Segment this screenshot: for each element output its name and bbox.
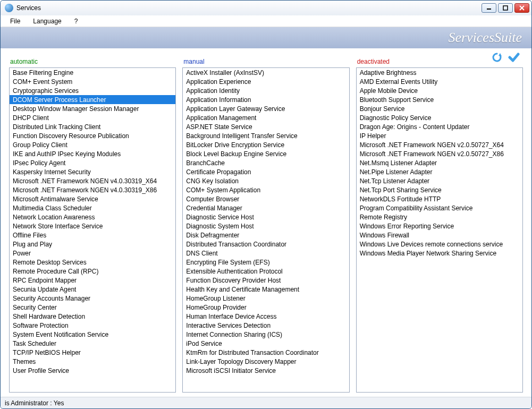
- list-item[interactable]: Microsoft .NET Framework NGEN v2.0.50727…: [357, 149, 522, 158]
- list-item[interactable]: Microsoft iSCSI Initiator Service: [183, 366, 349, 375]
- list-item[interactable]: Group Policy Client: [10, 140, 175, 149]
- list-item[interactable]: NetworkDLS Fortitude HTTP: [357, 194, 522, 203]
- list-item[interactable]: Application Experience: [183, 77, 349, 86]
- list-item[interactable]: Net.Tcp Port Sharing Service: [357, 185, 522, 194]
- list-item[interactable]: AMD External Events Utility: [357, 77, 522, 86]
- list-item[interactable]: User Profile Service: [10, 366, 175, 375]
- list-item[interactable]: IP Helper: [357, 131, 522, 140]
- list-item[interactable]: CNG Key Isolation: [183, 176, 349, 185]
- list-item[interactable]: Base Filtering Engine: [10, 68, 175, 77]
- list-item[interactable]: Link-Layer Topology Discovery Mapper: [183, 357, 349, 366]
- list-item[interactable]: DHCP Client: [10, 113, 175, 122]
- list-item[interactable]: KtmRm for Distributed Transaction Coordi…: [183, 348, 349, 357]
- list-item[interactable]: Security Center: [10, 303, 175, 312]
- list-item[interactable]: Interactive Services Detection: [183, 321, 349, 330]
- list-item[interactable]: HomeGroup Provider: [183, 303, 349, 312]
- list-item[interactable]: Health Key and Certificate Management: [183, 285, 349, 294]
- list-item[interactable]: Network Location Awareness: [10, 212, 175, 221]
- list-item[interactable]: Microsoft .NET Framework NGEN v4.0.30319…: [10, 185, 175, 194]
- list-item[interactable]: Block Level Backup Engine Service: [183, 149, 349, 158]
- list-item[interactable]: Net.Pipe Listener Adapter: [357, 167, 522, 176]
- titlebar[interactable]: Services: [1, 1, 531, 15]
- list-item[interactable]: IKE and AuthIP IPsec Keying Modules: [10, 149, 175, 158]
- list-item[interactable]: Secunia Update Agent: [10, 285, 175, 294]
- list-item[interactable]: Security Accounts Manager: [10, 294, 175, 303]
- list-item[interactable]: Windows Live Devices remote connections …: [357, 240, 522, 249]
- list-item[interactable]: Net.Tcp Listener Adapter: [357, 176, 522, 185]
- list-item[interactable]: Desktop Window Manager Session Manager: [10, 104, 175, 113]
- list-item[interactable]: Encrypting File System (EFS): [183, 258, 349, 267]
- list-item[interactable]: Computer Browser: [183, 194, 349, 203]
- list-item[interactable]: Remote Desktop Services: [10, 258, 175, 267]
- list-item[interactable]: TCP/IP NetBIOS Helper: [10, 348, 175, 357]
- list-item[interactable]: Human Interface Device Access: [183, 312, 349, 321]
- list-item[interactable]: Application Identity: [183, 86, 349, 95]
- list-item[interactable]: Kaspersky Internet Security: [10, 167, 175, 176]
- list-item[interactable]: COM+ Event System: [10, 77, 175, 86]
- list-item[interactable]: Distributed Transaction Coordinator: [183, 240, 349, 249]
- list-item[interactable]: Network Store Interface Service: [10, 221, 175, 231]
- list-item[interactable]: COM+ System Application: [183, 185, 349, 194]
- list-item[interactable]: Diagnostic Service Host: [183, 212, 349, 221]
- listbox-manual[interactable]: ActiveX Installer (AxInstSV)Application …: [182, 67, 349, 393]
- list-item[interactable]: Windows Firewall: [357, 231, 522, 240]
- list-item[interactable]: Program Compatibility Assistant Service: [357, 203, 522, 212]
- list-item[interactable]: Function Discovery Provider Host: [183, 276, 349, 285]
- list-item[interactable]: RPC Endpoint Mapper: [10, 276, 175, 285]
- list-item[interactable]: Adaptive Brightness: [357, 68, 522, 77]
- apply-check-icon[interactable]: [508, 52, 520, 63]
- list-item[interactable]: Apple Mobile Device: [357, 86, 522, 95]
- list-item[interactable]: Task Scheduler: [10, 339, 175, 348]
- list-item[interactable]: System Event Notification Service: [10, 330, 175, 339]
- list-item[interactable]: Diagnostic System Host: [183, 221, 349, 231]
- list-item[interactable]: Diagnostic Policy Service: [357, 113, 522, 122]
- list-item[interactable]: Certificate Propagation: [183, 167, 349, 176]
- list-item[interactable]: HomeGroup Listener: [183, 294, 349, 303]
- menu-help[interactable]: ?: [69, 16, 83, 26]
- list-item[interactable]: Software Protection: [10, 321, 175, 330]
- list-item[interactable]: Offline Files: [10, 231, 175, 240]
- list-item[interactable]: Windows Media Player Network Sharing Ser…: [357, 249, 522, 258]
- list-item[interactable]: Distributed Link Tracking Client: [10, 122, 175, 131]
- list-item[interactable]: Disk Defragmenter: [183, 231, 349, 240]
- list-item[interactable]: DNS Client: [183, 249, 349, 258]
- list-item[interactable]: Bonjour Service: [357, 104, 522, 113]
- list-item[interactable]: Dragon Age: Origins - Content Updater: [357, 122, 522, 131]
- list-item[interactable]: Microsoft .NET Framework NGEN v2.0.50727…: [357, 140, 522, 149]
- list-item[interactable]: Remote Registry: [357, 212, 522, 221]
- list-item[interactable]: Application Information: [183, 95, 349, 104]
- menu-file[interactable]: File: [5, 16, 26, 26]
- close-button[interactable]: [514, 3, 529, 13]
- list-item[interactable]: Power: [10, 249, 175, 258]
- listbox-automatic[interactable]: Base Filtering EngineCOM+ Event SystemCr…: [9, 67, 176, 393]
- list-item[interactable]: iPod Service: [183, 339, 349, 348]
- list-item[interactable]: BitLocker Drive Encryption Service: [183, 140, 349, 149]
- list-item[interactable]: Credential Manager: [183, 203, 349, 212]
- listbox-deactivated[interactable]: Adaptive BrightnessAMD External Events U…: [356, 67, 523, 393]
- maximize-button[interactable]: [498, 3, 513, 13]
- list-item[interactable]: ActiveX Installer (AxInstSV): [183, 68, 349, 77]
- list-item[interactable]: Application Layer Gateway Service: [183, 104, 349, 113]
- list-item[interactable]: Shell Hardware Detection: [10, 312, 175, 321]
- list-item[interactable]: Internet Connection Sharing (ICS): [183, 330, 349, 339]
- list-item[interactable]: Background Intelligent Transfer Service: [183, 131, 349, 140]
- refresh-icon[interactable]: [491, 52, 503, 63]
- list-item[interactable]: Remote Procedure Call (RPC): [10, 267, 175, 276]
- list-item[interactable]: Extensible Authentication Protocol: [183, 267, 349, 276]
- list-item[interactable]: DCOM Server Process Launcher: [10, 95, 175, 104]
- list-item[interactable]: Bluetooth Support Service: [357, 95, 522, 104]
- minimize-button[interactable]: [482, 3, 496, 13]
- menu-language[interactable]: Language: [28, 16, 66, 26]
- list-item[interactable]: Themes: [10, 357, 175, 366]
- list-item[interactable]: Cryptographic Services: [10, 86, 175, 95]
- list-item[interactable]: Microsoft Antimalware Service: [10, 194, 175, 203]
- list-item[interactable]: Function Discovery Resource Publication: [10, 131, 175, 140]
- list-item[interactable]: BranchCache: [183, 158, 349, 167]
- list-item[interactable]: Windows Error Reporting Service: [357, 221, 522, 231]
- list-item[interactable]: Microsoft .NET Framework NGEN v4.0.30319…: [10, 176, 175, 185]
- list-item[interactable]: Plug and Play: [10, 240, 175, 249]
- list-item[interactable]: ASP.NET State Service: [183, 122, 349, 131]
- list-item[interactable]: Application Management: [183, 113, 349, 122]
- list-item[interactable]: Net.Msmq Listener Adapter: [357, 158, 522, 167]
- list-item[interactable]: Multimedia Class Scheduler: [10, 203, 175, 212]
